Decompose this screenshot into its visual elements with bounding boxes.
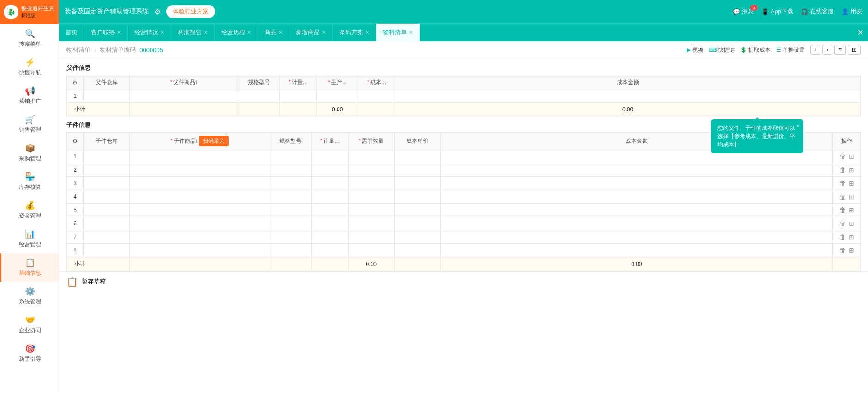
next-button[interactable]: › — [822, 45, 832, 55]
child-qty-cell[interactable] — [348, 150, 394, 163]
child-spec-cell[interactable] — [270, 217, 311, 230]
toolbar-view[interactable]: ▶ 视频 — [687, 46, 703, 54]
parent-cost-amount-cell[interactable] — [395, 90, 861, 103]
child-unit-cost-cell[interactable] — [394, 230, 440, 244]
parent-production-cell[interactable] — [317, 90, 358, 103]
tab-customer[interactable]: 客户联络 ✕ — [84, 24, 128, 41]
child-warehouse-cell[interactable] — [84, 163, 130, 177]
child-unit-cost-cell[interactable] — [394, 150, 440, 163]
breadcrumb-bom[interactable]: 物料清单 — [66, 46, 90, 54]
tab-close-icon[interactable]: ✕ — [278, 30, 283, 36]
child-qty-cell[interactable] — [348, 163, 394, 177]
child-product-cell[interactable] — [130, 177, 270, 190]
child-warehouse-cell[interactable] — [84, 244, 130, 257]
copy-icon[interactable]: ⊞ — [849, 153, 854, 160]
parent-unit-cell[interactable] — [280, 90, 317, 103]
tab-close-icon[interactable]: ✕ — [409, 30, 413, 36]
child-unit-cell[interactable] — [311, 230, 348, 244]
child-unit-cell[interactable] — [311, 204, 348, 217]
sidebar-item-guide[interactable]: 🎯 新手引导 — [0, 339, 59, 368]
tab-new-goods[interactable]: 新增商品 ✕ — [289, 24, 333, 41]
child-cost-amount-cell[interactable] — [440, 190, 832, 204]
message-button[interactable]: 💬 消息 6 — [733, 7, 754, 16]
delete-icon[interactable]: 🗑 — [839, 153, 846, 160]
tab-barcode[interactable]: 条码方案 ✕ — [333, 24, 376, 41]
toolbar-single-settings[interactable]: ☰ 单据设置 — [776, 46, 805, 54]
child-qty-cell[interactable] — [348, 217, 394, 230]
copy-icon[interactable]: ⊞ — [849, 206, 854, 214]
copy-icon[interactable]: ⊞ — [849, 247, 854, 254]
child-product-cell[interactable] — [130, 230, 270, 244]
child-qty-cell[interactable] — [348, 190, 394, 204]
sidebar-item-operations[interactable]: 📊 经营管理 — [0, 224, 59, 253]
tab-bom[interactable]: 物料清单 ✕ — [376, 24, 420, 41]
child-unit-cell[interactable] — [311, 217, 348, 230]
child-cost-amount-cell[interactable] — [440, 204, 832, 217]
child-unit-cell[interactable] — [311, 190, 348, 204]
tab-goods[interactable]: 商品 ✕ — [258, 24, 289, 41]
child-product-cell[interactable] — [130, 244, 270, 257]
toolbar-extract-cost[interactable]: 💲 提取成本 — [740, 46, 771, 54]
child-cost-amount-cell[interactable] — [440, 244, 832, 257]
child-qty-cell[interactable] — [348, 230, 394, 244]
child-unit-cell[interactable] — [311, 177, 348, 190]
child-spec-cell[interactable] — [270, 204, 311, 217]
tooltip-close-button[interactable]: × — [796, 122, 800, 130]
tab-close-icon[interactable]: ✕ — [117, 30, 121, 36]
copy-icon[interactable]: ⊞ — [849, 180, 854, 187]
child-product-cell[interactable] — [130, 217, 270, 230]
user-menu[interactable]: 👤 用友 — [841, 7, 862, 16]
child-unit-cost-cell[interactable] — [394, 204, 440, 217]
settings-button[interactable]: ⚙ — [152, 6, 163, 18]
parent-cost-cell[interactable] — [358, 90, 395, 103]
sidebar-item-quicknav[interactable]: ⚡ 快捷导航 — [0, 53, 59, 81]
list-view-button[interactable]: ≡ — [834, 45, 846, 55]
child-unit-cell[interactable] — [311, 244, 348, 257]
child-unit-cell[interactable] — [311, 163, 348, 177]
child-spec-cell[interactable] — [270, 150, 311, 163]
sidebar-item-finance[interactable]: 💰 资金管理 — [0, 196, 59, 224]
child-cost-amount-cell[interactable] — [440, 230, 832, 244]
sidebar-item-basic[interactable]: 📋 基础信息 — [0, 253, 59, 282]
tab-home[interactable]: 首页 — [59, 24, 84, 41]
child-cost-amount-cell[interactable] — [440, 177, 832, 190]
child-unit-cost-cell[interactable] — [394, 177, 440, 190]
tab-close-icon[interactable]: ✕ — [160, 30, 164, 36]
child-qty-cell[interactable] — [348, 204, 394, 217]
service-button[interactable]: 🎧 在线客服 — [801, 7, 834, 16]
delete-icon[interactable]: 🗑 — [839, 247, 846, 254]
child-unit-cell[interactable] — [311, 150, 348, 163]
grid-view-button[interactable]: ⊞ — [848, 45, 861, 55]
experience-button[interactable]: 体验行业方案 — [166, 5, 215, 18]
tab-close-icon[interactable]: ✕ — [247, 30, 251, 36]
child-qty-cell[interactable] — [348, 244, 394, 257]
parent-col-settings[interactable]: ⚙ — [67, 75, 84, 90]
child-spec-cell[interactable] — [270, 190, 311, 204]
child-qty-cell[interactable] — [348, 177, 394, 190]
child-warehouse-cell[interactable] — [84, 190, 130, 204]
copy-icon[interactable]: ⊞ — [849, 193, 854, 200]
delete-icon[interactable]: 🗑 — [839, 220, 846, 227]
child-unit-cost-cell[interactable] — [394, 244, 440, 257]
delete-icon[interactable]: 🗑 — [839, 206, 846, 214]
child-product-cell[interactable] — [130, 190, 270, 204]
copy-icon[interactable]: ⊞ — [849, 233, 854, 241]
tab-close-icon[interactable]: ✕ — [322, 30, 326, 36]
child-spec-cell[interactable] — [270, 244, 311, 257]
scan-button[interactable]: 扫码录入 — [199, 136, 229, 146]
parent-spec-cell[interactable] — [238, 90, 280, 103]
child-warehouse-cell[interactable] — [84, 150, 130, 163]
child-cost-amount-cell[interactable] — [440, 217, 832, 230]
parent-product-cell[interactable] — [130, 90, 238, 103]
child-spec-cell[interactable] — [270, 230, 311, 244]
sidebar-item-system[interactable]: ⚙️ 系统管理 — [0, 282, 59, 310]
child-unit-cost-cell[interactable] — [394, 163, 440, 177]
child-cost-amount-cell[interactable] — [440, 163, 832, 177]
child-warehouse-cell[interactable] — [84, 230, 130, 244]
child-product-cell[interactable] — [130, 163, 270, 177]
child-spec-cell[interactable] — [270, 163, 311, 177]
child-product-cell[interactable] — [130, 204, 270, 217]
child-warehouse-cell[interactable] — [84, 217, 130, 230]
copy-icon[interactable]: ⊞ — [849, 220, 854, 227]
tab-history[interactable]: 经营历程 ✕ — [215, 24, 258, 41]
